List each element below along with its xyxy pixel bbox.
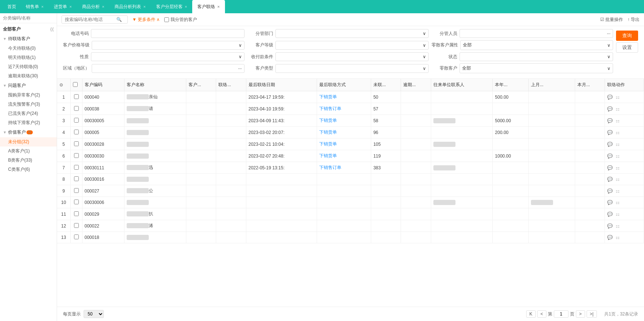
sidebar-item-declining[interactable]: 持续下滑客户(2) xyxy=(0,118,57,127)
more-action-icon[interactable]: ⚏ xyxy=(616,235,620,240)
prev-page-btn[interactable]: < xyxy=(537,310,546,318)
more-action-icon[interactable]: ⚏ xyxy=(616,118,620,123)
batch-ops-btn[interactable]: ☑ 批量操作 xyxy=(600,17,623,23)
phone-input[interactable] xyxy=(91,29,244,38)
tab-sales[interactable]: 销售单 × xyxy=(21,0,49,13)
main-search-box[interactable]: 🔍 xyxy=(61,15,128,24)
chat-icon[interactable]: 💬 xyxy=(607,118,613,123)
tab-product-analysis-list[interactable]: 商品分析列表 × xyxy=(109,0,151,13)
next-page-btn[interactable]: > xyxy=(576,310,585,318)
more-action-icon[interactable]: ⚏ xyxy=(616,212,620,217)
row-checkbox[interactable] xyxy=(74,223,79,228)
more-action-icon[interactable]: ⚏ xyxy=(616,154,620,159)
first-page-btn[interactable]: K xyxy=(526,310,536,318)
close-icon[interactable]: × xyxy=(102,4,104,9)
sidebar-collapse-icon[interactable]: ⟨⟨ xyxy=(50,27,54,32)
tab-product-analysis[interactable]: 商品分析 × xyxy=(77,0,109,13)
my-customers-checkbox[interactable] xyxy=(164,17,169,22)
row-checkbox[interactable] xyxy=(74,234,79,239)
chat-icon[interactable]: 💬 xyxy=(607,235,613,240)
row-checkbox[interactable] xyxy=(74,200,79,204)
reset-button[interactable]: 设置 xyxy=(616,42,638,53)
my-customers-checkbox-label[interactable]: 我分管的客户 xyxy=(164,17,197,23)
sidebar-item-today-pending[interactable]: 今天待联络(0) xyxy=(0,44,57,53)
settings-icon[interactable]: ⚙ xyxy=(59,82,63,88)
more-action-icon[interactable]: ⚏ xyxy=(616,142,620,147)
tab-purchase[interactable]: 进货单 × xyxy=(49,0,77,13)
manager-select[interactable]: ··· xyxy=(460,29,613,38)
close-active-tab-icon[interactable]: × xyxy=(217,4,219,9)
row-checkbox[interactable] xyxy=(74,165,79,170)
chat-icon[interactable]: 💬 xyxy=(607,165,613,170)
sidebar-search-input[interactable] xyxy=(3,15,57,21)
scatter-attr-select[interactable]: 全部∨ xyxy=(460,40,613,50)
close-icon[interactable]: × xyxy=(69,4,71,9)
row-checkbox[interactable] xyxy=(74,176,79,181)
more-action-icon[interactable]: ⚏ xyxy=(616,106,620,112)
method-link[interactable]: 下销货单 xyxy=(319,153,337,158)
close-icon[interactable]: × xyxy=(185,4,187,9)
customer-type-select[interactable]: ∨ xyxy=(275,64,429,73)
sidebar-item-churned[interactable]: 已流失客户(24) xyxy=(0,109,57,118)
chat-icon[interactable]: 💬 xyxy=(607,223,613,229)
more-action-icon[interactable]: ⚏ xyxy=(616,200,620,205)
price-level-select[interactable]: ∨ xyxy=(92,41,244,50)
customer-level-select[interactable]: ∨ xyxy=(275,41,429,50)
dept-select[interactable]: ∨ xyxy=(275,29,429,38)
chat-icon[interactable]: 💬 xyxy=(607,177,613,182)
method-link[interactable]: 下销货单 xyxy=(319,130,337,135)
row-checkbox[interactable] xyxy=(74,188,79,193)
chat-icon[interactable]: 💬 xyxy=(607,130,613,135)
row-checkbox[interactable] xyxy=(74,211,79,216)
chat-icon[interactable]: 💬 xyxy=(607,142,613,147)
sidebar-item-hoarding-abnormal[interactable]: 囤购异常客户(2) xyxy=(0,91,57,100)
status-select[interactable]: ∨ xyxy=(460,52,613,61)
row-checkbox[interactable] xyxy=(74,118,79,123)
row-checkbox[interactable] xyxy=(74,106,79,111)
method-link[interactable]: 下销货单 xyxy=(319,94,337,99)
sidebar-item-ungroup[interactable]: 未分组(32) xyxy=(0,137,57,147)
sidebar-item-churn-warning[interactable]: 流失预警客户(3) xyxy=(0,100,57,109)
sidebar-group-problem[interactable]: ▼ 问题客户 xyxy=(0,81,57,91)
chat-icon[interactable]: 💬 xyxy=(607,106,613,112)
chat-icon[interactable]: 💬 xyxy=(607,200,613,205)
sidebar-item-class-a[interactable]: A类客户(1) xyxy=(0,147,57,156)
tab-home[interactable]: 首页 xyxy=(3,0,21,13)
region-select[interactable]: ··· xyxy=(92,64,244,73)
sidebar-all-customers-header[interactable]: 全部客户 ⟨⟨ xyxy=(0,23,57,34)
main-search-icon[interactable]: 🔍 xyxy=(116,17,122,22)
main-search-input[interactable] xyxy=(65,17,116,22)
close-icon[interactable]: × xyxy=(41,4,43,9)
more-action-icon[interactable]: ⚏ xyxy=(616,165,620,170)
row-checkbox[interactable] xyxy=(74,94,79,99)
row-checkbox[interactable] xyxy=(74,153,79,158)
page-input[interactable] xyxy=(554,310,569,318)
more-action-icon[interactable]: ⚏ xyxy=(616,95,620,100)
chat-icon[interactable]: 💬 xyxy=(607,154,613,159)
row-checkbox[interactable] xyxy=(74,130,79,134)
sidebar-search-box[interactable]: 🔍 xyxy=(0,13,57,23)
method-link[interactable]: 下销售订单 xyxy=(319,106,341,111)
sidebar-item-class-b[interactable]: B类客户(33) xyxy=(0,156,57,165)
sidebar-item-7days-pending[interactable]: 近7天待联络(0) xyxy=(0,62,57,71)
sidebar-group-pending[interactable]: ▼ 待联络客户 xyxy=(0,34,57,44)
nature-select[interactable]: ∨ xyxy=(91,52,244,61)
sidebar-item-overdue-uncontacted[interactable]: 逾期未联络(30) xyxy=(0,71,57,81)
sidebar-item-class-c[interactable]: C类客户(6) xyxy=(0,165,57,174)
per-page-select[interactable]: 50 100 xyxy=(84,310,104,318)
refresh-icon[interactable]: R xyxy=(27,130,33,134)
tab-customer-contact[interactable]: 客户联络 × xyxy=(192,0,225,13)
chat-icon[interactable]: 💬 xyxy=(607,212,613,217)
more-action-icon[interactable]: ⚏ xyxy=(616,223,620,229)
sidebar-group-value[interactable]: ▼ 价值客户 R xyxy=(0,127,57,137)
method-link[interactable]: 下销货单 xyxy=(319,141,337,147)
chat-icon[interactable]: 💬 xyxy=(607,95,613,100)
more-action-icon[interactable]: ⚏ xyxy=(616,130,620,135)
chat-icon[interactable]: 💬 xyxy=(607,188,613,194)
more-conditions-btn[interactable]: ▼ 更多条件 ∧ xyxy=(132,17,160,23)
more-action-icon[interactable]: ⚏ xyxy=(616,188,620,194)
method-link[interactable]: 下销货单 xyxy=(319,118,337,123)
more-action-icon[interactable]: ⚏ xyxy=(616,177,620,182)
last-page-btn[interactable]: >| xyxy=(587,310,597,318)
tab-customer-segment[interactable]: 客户分层经客 × xyxy=(151,0,192,13)
